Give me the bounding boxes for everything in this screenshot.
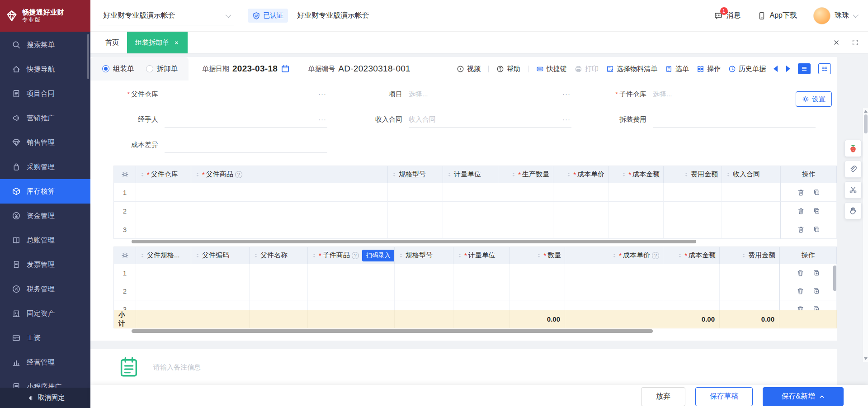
ellipsis-button[interactable]: ··· bbox=[317, 90, 327, 98]
assistant-berry-button[interactable] bbox=[844, 140, 862, 157]
sort-icon[interactable] bbox=[253, 253, 259, 258]
column-header[interactable]: *父件商品? bbox=[191, 166, 388, 183]
app-download-button[interactable]: App下载 bbox=[757, 11, 797, 20]
cell[interactable] bbox=[553, 183, 609, 202]
ellipsis-button[interactable]: ··· bbox=[561, 115, 571, 123]
help-icon[interactable]: ? bbox=[352, 252, 359, 259]
help-button[interactable]: 帮助 bbox=[496, 65, 520, 73]
fullscreen-icon[interactable] bbox=[852, 39, 859, 46]
income-contract-input[interactable] bbox=[409, 115, 561, 123]
cell[interactable] bbox=[395, 300, 453, 310]
sort-icon[interactable] bbox=[195, 172, 200, 177]
cell[interactable] bbox=[565, 300, 663, 310]
cell[interactable] bbox=[553, 220, 609, 239]
column-header[interactable]: 父件规格... bbox=[136, 247, 191, 264]
column-header[interactable]: 规格型号 bbox=[388, 166, 443, 183]
scan-entry-button[interactable]: 扫码录入 bbox=[362, 250, 395, 261]
copy-row-icon[interactable] bbox=[813, 226, 821, 233]
sidebar-item-salary[interactable]: 工资 bbox=[0, 326, 90, 350]
cell[interactable] bbox=[308, 264, 395, 282]
tab-home[interactable]: 首页 bbox=[97, 32, 127, 53]
hscroll-thumb[interactable] bbox=[132, 329, 653, 333]
cell[interactable] bbox=[453, 264, 510, 282]
sort-icon[interactable] bbox=[684, 172, 689, 177]
cell[interactable] bbox=[388, 220, 443, 239]
sidebar-item-search-menu[interactable]: 搜索菜单 bbox=[0, 33, 90, 57]
cell[interactable] bbox=[664, 220, 722, 239]
column-header[interactable]: 计量单位 bbox=[443, 166, 498, 183]
cell[interactable] bbox=[191, 183, 388, 202]
radio-selected-icon[interactable] bbox=[102, 65, 109, 72]
cell[interactable] bbox=[722, 220, 780, 239]
hscroll-thumb[interactable] bbox=[132, 240, 696, 243]
sort-icon[interactable] bbox=[457, 253, 462, 258]
column-header[interactable]: 费用金额 bbox=[664, 166, 722, 183]
cell[interactable] bbox=[443, 220, 498, 239]
account-set-dropdown[interactable]: 好业财专业版演示帐套 bbox=[99, 6, 234, 25]
delete-row-icon[interactable] bbox=[797, 287, 804, 295]
cell[interactable] bbox=[136, 282, 191, 300]
cell[interactable] bbox=[191, 282, 250, 300]
column-header[interactable]: 费用金额 bbox=[720, 247, 779, 264]
attachment-button[interactable] bbox=[844, 161, 862, 178]
cell[interactable] bbox=[498, 183, 553, 202]
cell[interactable] bbox=[453, 282, 510, 300]
cell[interactable] bbox=[443, 183, 498, 202]
column-header[interactable]: *子件商品?扫码录入 bbox=[308, 247, 395, 264]
sort-icon[interactable] bbox=[536, 253, 542, 258]
sort-icon[interactable] bbox=[612, 253, 617, 258]
copy-row-icon[interactable] bbox=[812, 287, 820, 295]
settings-button[interactable]: 设置 bbox=[796, 91, 832, 107]
cell[interactable] bbox=[250, 300, 308, 310]
radio-disassembly-order[interactable]: 拆卸单 bbox=[146, 64, 178, 74]
sidebar-item-invoice[interactable]: 发票管理 bbox=[0, 252, 90, 277]
column-header[interactable]: *父件仓库 bbox=[136, 166, 191, 183]
column-header[interactable]: 父件名称 bbox=[250, 247, 308, 264]
save-and-new-button[interactable]: 保存&新增 bbox=[763, 387, 844, 406]
cell[interactable] bbox=[191, 264, 250, 282]
cell[interactable] bbox=[250, 282, 308, 300]
cell[interactable] bbox=[498, 202, 553, 220]
cell[interactable] bbox=[722, 202, 780, 220]
cell[interactable] bbox=[191, 202, 388, 220]
cell[interactable] bbox=[720, 264, 779, 282]
next-doc-arrow[interactable] bbox=[786, 66, 790, 72]
column-settings-gear-icon[interactable] bbox=[121, 171, 129, 178]
page-scrollbar[interactable] bbox=[863, 108, 868, 362]
discard-button[interactable]: 放弃 bbox=[641, 387, 685, 406]
sort-icon[interactable] bbox=[726, 172, 731, 177]
column-header[interactable]: 父件编码 bbox=[191, 247, 250, 264]
sidebar-item-quick-nav[interactable]: 快捷导航 bbox=[0, 57, 90, 81]
cell[interactable] bbox=[453, 300, 510, 310]
sidebar-item-purchase[interactable]: 采购管理 bbox=[0, 155, 90, 179]
child-warehouse-input[interactable] bbox=[653, 90, 806, 98]
detail-view-toggle[interactable] bbox=[818, 63, 831, 74]
user-menu[interactable]: 珠珠 bbox=[813, 7, 857, 24]
cell[interactable] bbox=[136, 202, 191, 220]
prev-doc-arrow[interactable] bbox=[774, 66, 778, 72]
sort-icon[interactable] bbox=[447, 172, 452, 177]
list-view-toggle[interactable] bbox=[798, 63, 811, 74]
sort-icon[interactable] bbox=[511, 172, 516, 177]
cell[interactable] bbox=[250, 264, 308, 282]
copy-row-icon[interactable] bbox=[812, 269, 820, 277]
cell[interactable] bbox=[498, 220, 553, 239]
sort-icon[interactable] bbox=[392, 172, 397, 177]
cell[interactable] bbox=[663, 264, 720, 282]
help-icon[interactable]: ? bbox=[652, 252, 659, 259]
sidebar-item-fixed-assets[interactable]: 固定资产 bbox=[0, 301, 90, 326]
select-order-button[interactable]: 选单 bbox=[665, 65, 689, 73]
doc-date-value[interactable]: 2023-03-18 bbox=[232, 64, 278, 74]
cell[interactable] bbox=[722, 183, 780, 202]
cell[interactable] bbox=[136, 220, 191, 239]
radio-assembly-order[interactable]: 组装单 bbox=[102, 64, 134, 74]
cell[interactable] bbox=[664, 183, 722, 202]
parent-warehouse-input[interactable] bbox=[165, 90, 317, 98]
handler-input[interactable] bbox=[165, 115, 317, 123]
sidebar-item-business-mgmt[interactable]: 经营管理 bbox=[0, 350, 90, 375]
column-header[interactable]: *成本金额 bbox=[609, 166, 664, 183]
radio-unselected-icon[interactable] bbox=[146, 65, 153, 72]
notes-input[interactable] bbox=[153, 363, 837, 371]
column-settings-gear-icon[interactable] bbox=[121, 251, 129, 259]
cell[interactable] bbox=[443, 202, 498, 220]
